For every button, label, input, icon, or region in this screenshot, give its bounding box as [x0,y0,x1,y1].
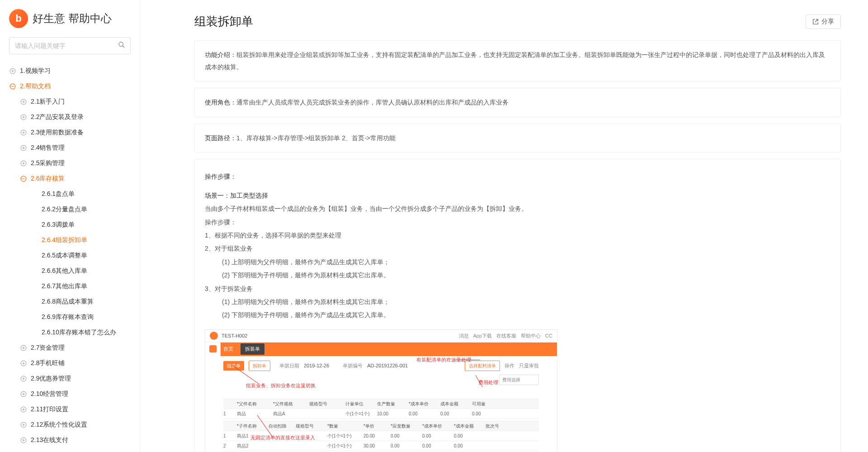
ph-no-label: 单据编号 [343,361,363,371]
plus-circle-icon [20,114,27,121]
nav-sub-item[interactable]: 2.6.8商品成本重算 [31,294,131,309]
logo-text: 好生意 帮助中心 [33,11,112,26]
step-2-1: (1) 上部明细为父件明细，最终作为产成品生成其它入库单； [205,256,830,269]
plus-circle-icon [20,98,27,105]
nav-item[interactable]: 2.14常见问题 [20,448,131,452]
step-2-2: (2) 下部明细为子件明细，最终作为原材料生成其它出库单。 [205,269,830,282]
main-content: 组装拆卸单 分享 功能介绍：组装拆卸单用来处理企业组装或拆卸等加工业务，支持有固… [140,0,868,452]
step-3-2: (2) 下部明细为子件明细，最终作为产成品生成其它入库单。 [205,309,830,322]
path-label: 页面路径： [205,134,236,142]
nav-label: 2.8手机旺铺 [31,359,65,367]
nav: 1.视频学习2.帮助文档2.1新手入门2.2产品安装及登录2.3使用前数据准备2… [9,63,131,452]
plus-circle-icon [20,344,27,352]
nav-label: 2.4销售管理 [31,144,65,152]
ph-btn-op: 操作 [505,361,514,371]
nav-label: 2.11打印设置 [31,405,68,414]
nav-item[interactable]: 2.帮助文档 [9,79,131,94]
nav-item[interactable]: 2.9优惠券管理 [20,371,131,386]
steps-card: 操作步骤： 场景一：加工类型选择 当由多个子件材料组装成一个成品的业务为【组装】… [194,159,841,452]
intro-label: 功能介绍： [205,51,236,58]
nav-item[interactable]: 2.3使用前数据准备 [20,125,131,140]
nav-label: 2.7资金管理 [31,344,65,352]
page-title: 组装拆卸单 [194,14,253,29]
nav-item[interactable]: 2.1新手入门 [20,94,131,109]
plus-circle-icon [20,390,27,398]
share-icon [812,19,819,25]
ph-nav-home: 首页 [223,344,233,354]
steps-sub: 操作步骤： [205,216,830,229]
nav-item[interactable]: 2.5采购管理 [20,156,131,171]
nav-label: 2.1新手入门 [31,98,65,106]
nav-sub-item[interactable]: 2.6.4组装拆卸单 [31,233,131,248]
nav-label: 2.2产品安装及登录 [31,113,84,121]
scene-title: 场景一：加工类型选择 [205,189,830,202]
svg-point-0 [119,42,123,46]
role-text: 通常由生产人员或库管人员完成拆装业务的操作，库管人员确认原材料的出库和产成品的入… [236,99,509,106]
plus-circle-icon [9,67,16,75]
search-box [9,37,131,54]
logo: b 好生意 帮助中心 [9,9,131,28]
nav-sub-item[interactable]: 2.6.6其他入库单 [31,263,131,279]
minus-circle-icon [9,83,16,90]
plus-circle-icon [20,421,27,428]
ph-annotation-4: 无固定清单的直接在这里录入 [250,433,315,442]
step-2: 2、对于组装业务 [205,242,830,255]
nav-sub-item[interactable]: 2.6.1盘点单 [31,186,131,202]
nav-label: 2.5采购管理 [31,159,65,167]
nav-item[interactable]: 2.13在线支付 [20,433,131,448]
nav-sub-item[interactable]: 2.6.9库存账本查询 [31,309,131,325]
steps-title: 操作步骤： [205,170,830,183]
nav-item[interactable]: 2.6库存核算 [20,171,131,186]
ph-btn-so: 只显审批 [519,361,539,371]
nav-item[interactable]: 2.4销售管理 [20,140,131,156]
nav-sub-item[interactable]: 2.6.3调拨单 [31,217,131,233]
step-3-1: (1) 上部明细为父件明细，最终作为原材料生成其它出库单； [205,295,830,309]
search-input[interactable] [9,37,131,54]
sidebar: b 好生意 帮助中心 1.视频学习2.帮助文档2.1新手入门2.2产品安装及登录… [0,0,140,452]
nav-sub-item[interactable]: 2.6.7其他出库单 [31,279,131,294]
nav-sub-item[interactable]: 2.6.10库存账本错了怎么办 [31,325,131,340]
logo-icon: b [9,9,28,28]
svg-line-1 [123,46,124,48]
nav-sub-item[interactable]: 2.6.2分量盘点单 [31,202,131,217]
ph-no: AD-20191226-001 [367,361,408,371]
scene-desc: 当由多个子件材料组装成一个成品的业务为【组装】业务，当由一个父件拆分成多个子产品… [205,202,830,215]
step-1: 1、根据不同的业务，选择不同单据的类型来处理 [205,229,830,242]
nav-label: 1.视频学习 [20,67,51,75]
ph-nav-doc: 拆装单 [241,343,264,355]
nav-label: 2.13在线支付 [31,436,68,444]
nav-label: 2.9优惠券管理 [31,375,71,383]
nav-label: 2.3使用前数据准备 [31,128,84,137]
nav-sub-item[interactable]: 2.6.5成本调整单 [31,248,131,263]
minus-circle-icon [20,175,27,182]
plus-circle-icon [20,375,27,382]
search-icon[interactable] [118,41,125,50]
share-button[interactable]: 分享 [806,14,841,29]
role-label: 使用角色： [205,99,236,106]
plus-circle-icon [20,360,27,367]
nav-item[interactable]: 1.视频学习 [9,63,131,79]
screenshot-illustration: TEST-H002 消息App下载在线客服帮助中心CC 首页 拆装单 组装单 拆… [205,329,557,452]
ph-pill-disassembly: 拆卸单 [249,361,270,371]
nav-item[interactable]: 2.8手机旺铺 [20,356,131,371]
nav-item[interactable]: 2.12系统个性化设置 [20,417,131,433]
step-3: 3、对于拆装业务 [205,282,830,295]
plus-circle-icon [20,144,27,152]
nav-item[interactable]: 2.2产品安装及登录 [20,109,131,125]
intro-card: 功能介绍：组装拆卸单用来处理企业组装或拆卸等加工业务，支持有固定装配清单的产品加… [194,40,841,81]
share-label: 分享 [821,18,834,26]
nav-label: 2.10经营管理 [31,390,68,398]
nav-item[interactable]: 2.11打印设置 [20,402,131,417]
plus-circle-icon [20,160,27,167]
intro-text: 组装拆卸单用来处理企业组装或拆卸等加工业务，支持有固定装配清单的产品加工业务，也… [205,51,825,71]
nav-label: 2.6库存核算 [31,175,65,183]
nav-sub: 2.6.1盘点单2.6.2分量盘点单2.6.3调拨单2.6.4组装拆卸单2.6.… [20,186,131,340]
nav-item[interactable]: 2.7资金管理 [20,340,131,356]
ph-fee: 费用选择 [499,375,539,385]
ph-date: 2019-12-26 [304,361,329,371]
nav-item[interactable]: 2.10经营管理 [20,386,131,402]
nav-label: 2.12系统个性化设置 [31,421,87,429]
role-card: 使用角色：通常由生产人员或库管人员完成拆装业务的操作，库管人员确认原材料的出库和… [194,88,841,117]
plus-circle-icon [20,406,27,413]
path-card: 页面路径：1、库存核算->库存管理->组装拆卸单 2、首页->常用功能 [194,124,841,153]
